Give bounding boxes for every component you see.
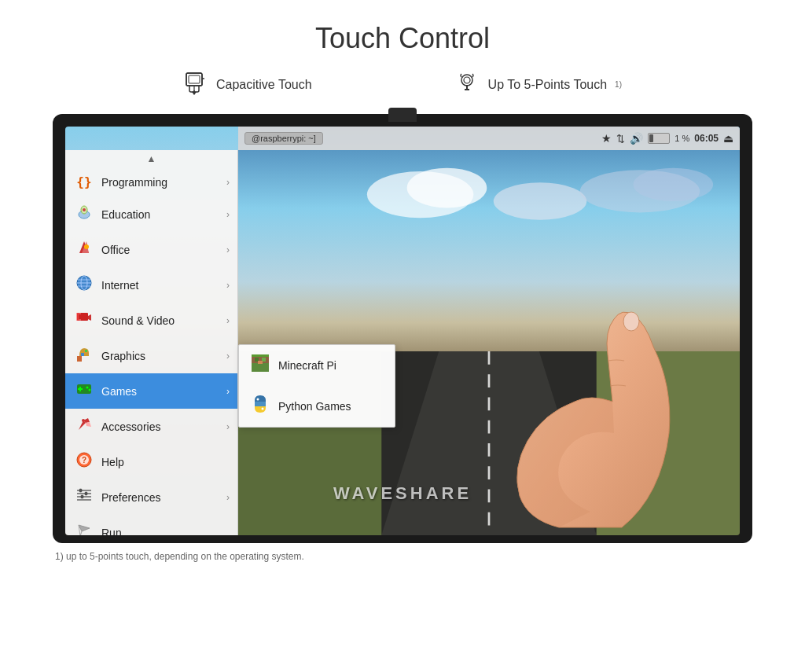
svg-marker-55 bbox=[79, 525, 90, 531]
svg-point-16 bbox=[494, 182, 587, 219]
svg-point-21 bbox=[83, 208, 86, 211]
menu-label-help: Help bbox=[101, 456, 124, 468]
menu-item-help[interactable]: ? Help bbox=[65, 444, 237, 479]
svg-point-4 bbox=[193, 90, 195, 92]
arrow-programming: › bbox=[226, 177, 230, 188]
bluetooth-icon: ★ bbox=[601, 132, 612, 145]
svg-point-43 bbox=[89, 389, 91, 391]
svg-rect-53 bbox=[85, 492, 87, 495]
monitor: @raspberrypi: ~] ★ ⇅ 🔊 1 % 06:05 ⏏ ▲ {} … bbox=[53, 114, 752, 543]
arrow-office: › bbox=[226, 244, 230, 255]
minecraft-icon bbox=[250, 353, 270, 378]
footnote: 1) up to 5-points touch, depending on th… bbox=[0, 551, 805, 562]
taskbar-right: ★ ⇅ 🔊 1 % 06:05 ⏏ bbox=[601, 132, 733, 145]
menu-item-office[interactable]: Office › bbox=[65, 232, 237, 267]
menu-label-office: Office bbox=[101, 244, 130, 256]
features-row: Capacitive Touch Up To 5-Points Touch 1) bbox=[0, 69, 805, 100]
svg-rect-34 bbox=[79, 314, 86, 319]
svg-marker-35 bbox=[88, 314, 91, 321]
taskbar: @raspberrypi: ~] ★ ⇅ 🔊 1 % 06:05 ⏏ bbox=[238, 127, 740, 150]
svg-rect-52 bbox=[79, 489, 82, 492]
preferences-icon bbox=[75, 487, 94, 508]
games-icon bbox=[75, 380, 94, 402]
arrow-sound-video: › bbox=[226, 315, 230, 326]
svg-rect-49 bbox=[77, 493, 91, 494]
camera-bump bbox=[388, 108, 417, 122]
menu-item-games[interactable]: Games › bbox=[65, 373, 237, 409]
sound-video-icon bbox=[75, 310, 94, 331]
svg-point-15 bbox=[407, 168, 487, 208]
svg-point-66 bbox=[262, 408, 264, 410]
menu-label-run: Run... bbox=[101, 527, 130, 536]
clouds bbox=[340, 154, 740, 248]
feature-capacitive: Capacitive Touch bbox=[183, 70, 312, 99]
menu-item-accessories[interactable]: Accessories › bbox=[65, 409, 237, 444]
menu-item-programming[interactable]: {} Programming › bbox=[65, 167, 237, 196]
menu-item-internet[interactable]: Internet › bbox=[65, 267, 237, 303]
svg-rect-41 bbox=[78, 388, 83, 390]
menu-item-run[interactable]: Run... bbox=[65, 515, 237, 535]
multitouch-icon bbox=[454, 69, 480, 100]
menu-label-graphics: Graphics bbox=[101, 350, 145, 362]
svg-text:?: ? bbox=[82, 456, 86, 465]
arrow-accessories: › bbox=[226, 421, 230, 432]
svg-rect-54 bbox=[81, 495, 83, 498]
submenu-label-python-games: Python Games bbox=[278, 400, 351, 413]
menu-item-graphics[interactable]: Graphics › bbox=[65, 338, 237, 373]
svg-point-18 bbox=[634, 168, 714, 201]
menu-label-internet: Internet bbox=[101, 279, 138, 292]
svg-rect-50 bbox=[77, 496, 91, 498]
svg-marker-13 bbox=[597, 351, 740, 535]
games-submenu: Minecraft Pi Python Games bbox=[238, 344, 395, 428]
svg-point-5 bbox=[461, 75, 472, 86]
taskbar-left: @raspberrypi: ~] bbox=[244, 132, 323, 145]
svg-rect-38 bbox=[85, 350, 87, 352]
menu-label-education: Education bbox=[101, 208, 150, 221]
arrow-games: › bbox=[226, 386, 230, 397]
battery-percent: 1 % bbox=[675, 134, 689, 143]
menu-label-programming: Programming bbox=[101, 176, 167, 189]
feature-multitouch: Up To 5-Points Touch 1) bbox=[454, 69, 622, 100]
arrow-internet: › bbox=[226, 280, 230, 291]
svg-point-42 bbox=[86, 387, 89, 389]
submenu-item-python-games[interactable]: Python Games bbox=[239, 386, 395, 427]
menu-scroll-up[interactable]: ▲ bbox=[65, 150, 237, 167]
volume-icon: 🔊 bbox=[630, 132, 643, 145]
terminal-tab[interactable]: @raspberrypi: ~] bbox=[244, 132, 323, 145]
svg-point-44 bbox=[82, 419, 85, 422]
arrow-graphics: › bbox=[226, 351, 230, 362]
network-icon: ⇅ bbox=[616, 133, 625, 145]
arrow-education: › bbox=[226, 209, 230, 220]
capacitive-touch-label: Capacitive Touch bbox=[216, 78, 312, 92]
footnote-ref: 1) bbox=[615, 80, 622, 89]
programming-icon: {} bbox=[75, 174, 94, 189]
menu-label-sound-video: Sound & Video bbox=[101, 314, 175, 327]
submenu-item-minecraft[interactable]: Minecraft Pi bbox=[239, 345, 395, 386]
menu-item-sound-video[interactable]: Sound & Video › bbox=[65, 303, 237, 338]
svg-rect-3 bbox=[189, 75, 200, 83]
application-menu: ▲ {} Programming › Education › Offi bbox=[65, 150, 238, 535]
svg-point-6 bbox=[464, 77, 470, 83]
svg-rect-36 bbox=[77, 356, 82, 362]
clock: 06:05 bbox=[694, 133, 719, 144]
menu-item-education[interactable]: Education › bbox=[65, 196, 237, 232]
help-icon: ? bbox=[75, 451, 94, 472]
svg-rect-63 bbox=[252, 354, 269, 357]
capacitive-touch-icon bbox=[183, 70, 208, 99]
screen: @raspberrypi: ~] ★ ⇅ 🔊 1 % 06:05 ⏏ ▲ {} … bbox=[65, 127, 740, 535]
office-icon bbox=[75, 239, 94, 260]
svg-rect-37 bbox=[81, 353, 84, 356]
multitouch-label: Up To 5-Points Touch bbox=[488, 78, 608, 92]
svg-rect-48 bbox=[77, 490, 91, 491]
svg-rect-62 bbox=[258, 361, 263, 364]
run-icon bbox=[75, 522, 94, 535]
svg-line-56 bbox=[80, 531, 82, 535]
svg-point-24 bbox=[84, 244, 89, 249]
watermark: WAVESHARE bbox=[333, 483, 472, 504]
education-icon bbox=[75, 204, 94, 225]
submenu-label-minecraft: Minecraft Pi bbox=[278, 359, 336, 372]
internet-icon bbox=[75, 274, 94, 296]
menu-label-accessories: Accessories bbox=[101, 420, 160, 433]
menu-item-preferences[interactable]: Preferences › bbox=[65, 479, 237, 515]
svg-point-65 bbox=[257, 398, 259, 401]
